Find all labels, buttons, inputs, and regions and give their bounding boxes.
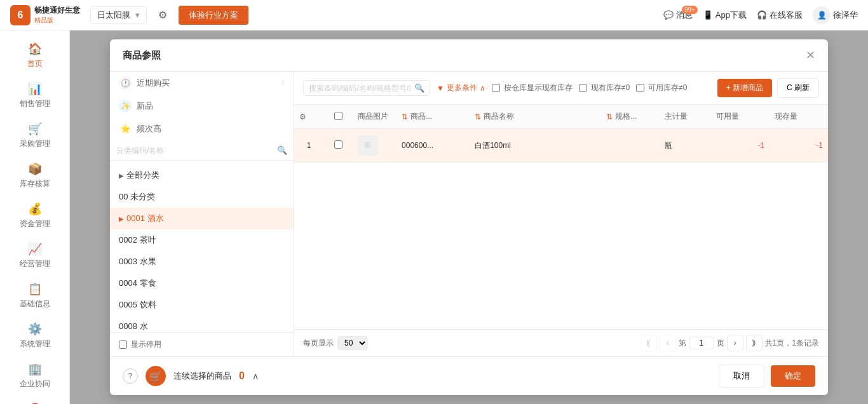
warehouse-checkbox-label[interactable]: 按仓库显示现有库存 [492,83,573,93]
category-arrow-icon: ▶ [119,172,124,179]
category-item-snack[interactable]: 0004 零食 [110,273,294,294]
sidebar-item-finance[interactable]: 💰 资金管理 [0,196,69,236]
sidebar-item-enterprise[interactable]: 🏢 企业协同 [0,356,69,396]
user-nav-item[interactable]: 👤 徐泽华 [813,6,858,24]
customer-service-nav-item[interactable]: 🎧 在线客服 [757,10,803,21]
phone-icon: 📱 [703,10,713,20]
new-icon: ✨ [119,100,132,112]
table-header-checkbox [323,105,353,129]
modal-overlay: 商品参照 ✕ 🕐 近期购买 《 [70,30,868,404]
home-icon: 🏠 [28,42,42,56]
nav-right: 💬 消息 99+ 📱 App下载 🎧 在线客服 👤 徐泽华 [663,6,858,24]
product-search-box: 🔍 [303,80,430,96]
sidebar-item-home[interactable]: 🏠 首页 [0,36,69,76]
category-item-uncategorized[interactable]: 00 未分类 [110,186,294,208]
category-active-arrow-icon: ▶ [119,215,124,222]
available-stock-checkbox-label[interactable]: 可用库存≠0 [636,83,687,93]
store-selector[interactable]: 日太阳膜 ▾ [90,6,147,24]
category-item-tea[interactable]: 0002 茶叶 [110,229,294,251]
sales-icon: 📊 [28,82,42,96]
product-table: ⚙ 商品图片 [294,105,828,329]
sidebar-item-system[interactable]: ⚙️ 系统管理 [0,316,69,356]
category-item-wine[interactable]: ▶ 0001 酒水 [110,208,294,229]
gear-header-icon: ⚙ [299,112,306,121]
table-header-name[interactable]: ⇅ 商品名称 [470,105,601,129]
row-available: -1 [711,129,770,163]
footer-right: 取消 确定 [719,365,815,387]
row-num: 1 [294,129,323,163]
search-icon[interactable]: 🔍 [414,83,424,93]
category-item-water[interactable]: 0008 水 [110,316,294,332]
message-nav-item[interactable]: 💬 消息 99+ [663,10,693,21]
category-item-beverage[interactable]: 0005 饮料 [110,294,294,316]
row-unit: 瓶 [660,129,711,163]
table-header-settings[interactable]: ⚙ [294,105,323,129]
table-header-image: 商品图片 [353,105,397,129]
avatar: 👤 [813,6,831,24]
cancel-button[interactable]: 取消 [719,365,764,387]
category-item-all[interactable]: ▶ 全部分类 [110,165,294,186]
page-number-input[interactable] [689,337,714,349]
pagination-right: ⟪ ‹ 第 页 › ⟫ 共1页，1条记录 [641,335,819,351]
quick-link-frequent[interactable]: ⭐ 频次高 [110,118,294,140]
quick-links: 🕐 近期购买 《 ✨ 新品 ⭐ 频次高 [110,72,294,140]
headset-icon: 🎧 [757,10,767,20]
message-badge: 99+ [682,6,698,14]
next-page-button[interactable]: › [727,335,743,351]
select-all-checkbox[interactable] [334,112,342,120]
filter-button[interactable]: ▼ 更多条件 ∧ [437,83,485,93]
modal-body: 🕐 近期购买 《 ✨ 新品 ⭐ 频次高 [110,72,828,356]
sidebar-item-guide[interactable]: 🎯 新手引导 [0,396,69,404]
table-header-stock: 现存量 [770,105,828,129]
category-search-icon[interactable]: 🔍 [277,145,287,155]
collapse-category-icon: 《 [278,79,285,88]
cart-icon: 🛒 [146,366,166,386]
category-panel: 🕐 近期购买 《 ✨ 新品 ⭐ 频次高 [110,72,294,356]
pagination-left: 每页显示 50 [303,336,368,350]
sidebar-item-operation[interactable]: 📈 经营管理 [0,236,69,276]
last-page-button[interactable]: ⟫ [746,335,763,351]
prev-page-button[interactable]: ‹ [660,335,676,351]
sidebar-item-inventory[interactable]: 📦 库存核算 [0,156,69,196]
quick-link-new[interactable]: ✨ 新品 [110,95,294,118]
modal-close-button[interactable]: ✕ [806,48,815,62]
sidebar: 🏠 首页 📊 销售管理 🛒 采购管理 📦 库存核算 💰 资金管理 📈 经营管理 … [0,30,70,404]
frequent-icon: ⭐ [119,123,132,135]
table-header-code[interactable]: ⇅ 商品... [397,105,470,129]
message-icon: 💬 [663,10,674,20]
modal-footer: ? 🛒 连续选择的商品 0 ∧ 取消 确定 [110,356,828,395]
confirm-button[interactable]: 确定 [771,365,815,387]
logo-area: 6 畅捷通好生意 精品版 [10,5,80,25]
add-product-button[interactable]: + 新增商品 [717,79,772,97]
sidebar-item-basic[interactable]: 📋 基础信息 [0,276,69,316]
page-size-select[interactable]: 50 [337,336,368,350]
category-item-fruit[interactable]: 0003 水果 [110,251,294,273]
available-stock-checkbox[interactable] [636,84,644,92]
modal-header: 商品参照 ✕ [110,39,828,72]
footer-collapse-icon[interactable]: ∧ [252,371,259,381]
help-button[interactable]: ? [123,368,138,384]
warehouse-checkbox[interactable] [492,84,500,92]
app-download-nav-item[interactable]: 📱 App下载 [703,10,747,21]
sort-spec-icon: ⇅ [606,112,613,121]
refresh-button[interactable]: C 刷新 [777,78,819,98]
sidebar-item-purchase[interactable]: 🛒 采购管理 [0,116,69,156]
settings-icon[interactable]: ⚙ [153,6,172,25]
product-search-input[interactable] [309,84,410,93]
logo-icon: 6 [10,5,31,25]
sidebar-item-sales[interactable]: 📊 销售管理 [0,76,69,116]
first-page-button[interactable]: ⟪ [641,335,657,351]
quick-link-recent[interactable]: 🕐 近期购买 《 [110,72,294,95]
show-disabled-checkbox[interactable] [119,340,127,349]
row-image: 图 [353,129,397,163]
row-checkbox[interactable] [334,140,342,149]
trial-button[interactable]: 体验行业方案 [179,6,248,25]
product-data-table: ⚙ 商品图片 [294,105,828,163]
current-stock-checkbox[interactable] [579,84,587,92]
system-icon: ⚙️ [28,322,42,336]
row-stock: -1 [770,129,828,163]
current-stock-checkbox-label[interactable]: 现有库存≠0 [579,83,630,93]
category-search-input[interactable] [116,146,273,155]
table-header-spec[interactable]: ⇅ 规格... [601,105,660,129]
table-row[interactable]: 1 图 000600... 白酒100ml [294,129,828,163]
